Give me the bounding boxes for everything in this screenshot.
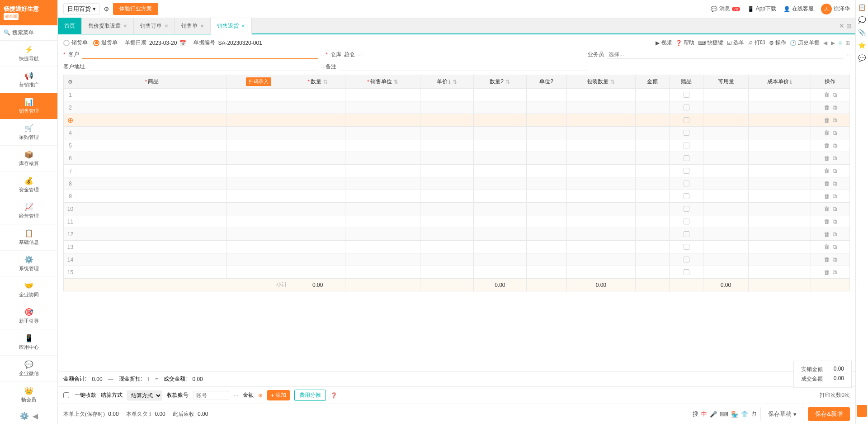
scan-btn[interactable]: 扫码录入 <box>246 77 271 86</box>
online-service-btn[interactable]: 👤 在线客服 <box>783 5 814 13</box>
row-qty-14[interactable] <box>290 253 345 266</box>
row-gift-12[interactable] <box>670 228 703 241</box>
industry-select[interactable]: 日用百货 ▾ <box>63 3 100 15</box>
gift-checkbox-3[interactable] <box>684 117 689 123</box>
add-payment-btn[interactable]: + 添加 <box>267 390 290 400</box>
row-product-7[interactable] <box>77 165 227 177</box>
gift-checkbox-9[interactable] <box>684 193 689 199</box>
row-product-9[interactable] <box>77 190 227 203</box>
copy-row-icon-9[interactable]: ⧉ <box>833 193 837 200</box>
row-qty-5[interactable] <box>290 139 345 152</box>
row-qty-12[interactable] <box>290 228 345 241</box>
copy-row-icon-4[interactable]: ⧉ <box>833 129 837 136</box>
row-gift-7[interactable] <box>670 165 703 177</box>
unit-price-sort-icon[interactable]: ⇅ <box>453 79 457 85</box>
delete-row-icon-4[interactable]: 🗑 <box>824 129 830 136</box>
pack-qty-sort-icon[interactable]: ⇅ <box>610 79 615 85</box>
copy-row-icon-7[interactable]: ⧉ <box>833 167 837 174</box>
gift-checkbox-8[interactable] <box>684 181 689 186</box>
delete-row-icon-12[interactable]: 🗑 <box>824 231 830 238</box>
app-download-btn[interactable]: 📱 App下载 <box>747 5 776 13</box>
delete-row-icon-2[interactable]: 🗑 <box>824 104 830 111</box>
row-qty-10[interactable] <box>290 203 345 215</box>
delete-row-icon-1[interactable]: 🗑 <box>824 91 830 98</box>
sidebar-item-member[interactable]: 👑 畅会员 <box>0 382 57 408</box>
delete-row-icon-8[interactable]: 🗑 <box>824 180 830 187</box>
sidebar-item-purchase[interactable]: 🛒 采购管理 <box>0 119 57 146</box>
calendar-icon[interactable]: 📅 <box>179 40 186 46</box>
salesperson-more-icon[interactable]: ··· <box>845 52 850 58</box>
row-qty-3[interactable] <box>290 114 345 127</box>
tab-close-sale-return[interactable]: ✕ <box>241 24 245 29</box>
sidebar-item-sales[interactable]: 📊 销售管理 <box>0 93 57 119</box>
gift-checkbox-12[interactable] <box>684 231 689 237</box>
row-qty-6[interactable] <box>290 152 345 165</box>
row-qty-7[interactable] <box>290 165 345 177</box>
row-product-15[interactable] <box>77 266 227 279</box>
row-gift-10[interactable] <box>670 203 703 215</box>
select-single-btn[interactable]: ☑ 选单 <box>727 39 744 47</box>
tab-sale-return[interactable]: 销售退货 ✕ <box>211 18 252 34</box>
right-panel-icon-2[interactable]: 💭 <box>858 16 866 24</box>
address-more-icon[interactable]: ··· <box>321 64 326 70</box>
settings-bottom-icon[interactable]: ⚙️ <box>20 412 29 420</box>
tab-sale-goods[interactable]: 销售单 ✕ <box>175 18 211 34</box>
delete-row-icon-15[interactable]: 🗑 <box>824 269 830 276</box>
single-owe-info[interactable]: ℹ <box>149 411 151 417</box>
sale-unit-sort-icon[interactable]: ⇅ <box>394 79 398 85</box>
copy-row-icon-1[interactable]: ⧉ <box>833 91 837 98</box>
shortcut-btn[interactable]: ⌨ 快捷键 <box>698 39 723 47</box>
tab-close-sale-goods[interactable]: ✕ <box>200 24 204 29</box>
tab-close-all-icon[interactable]: ✕ <box>839 22 844 29</box>
sidebar-item-basic[interactable]: 📋 基础信息 <box>0 224 57 251</box>
row-qty-15[interactable] <box>290 266 345 279</box>
feedback-icon[interactable]: 意见 <box>857 405 867 417</box>
row-product-1[interactable] <box>77 89 227 101</box>
row-gift-11[interactable] <box>670 215 703 228</box>
row-qty-2[interactable] <box>290 101 345 114</box>
experience-btn[interactable]: 体验行业方案 <box>113 3 158 15</box>
save-draft-btn[interactable]: 保存草稿 ▾ <box>760 407 804 421</box>
account-more-icon[interactable]: ··· <box>234 392 238 399</box>
row-gift-8[interactable] <box>670 177 703 190</box>
copy-row-icon-6[interactable]: ⧉ <box>833 155 837 162</box>
gift-checkbox-13[interactable] <box>684 244 689 250</box>
tab-sale-order[interactable]: 销售订单 ✕ <box>134 18 175 34</box>
qty-sort-icon[interactable]: ⇅ <box>323 79 328 85</box>
gift-checkbox-5[interactable] <box>684 143 689 148</box>
table-view-icon[interactable]: ⊞ <box>845 40 850 46</box>
row-gift-9[interactable] <box>670 190 703 203</box>
help-btn[interactable]: ❓ 帮助 <box>675 39 694 47</box>
row-gift-14[interactable] <box>670 253 703 266</box>
copy-row-icon-3[interactable]: ⧉ <box>833 117 837 124</box>
gift-checkbox-2[interactable] <box>684 105 689 110</box>
collapse-icon[interactable]: ◀ <box>33 412 38 420</box>
row-qty-13[interactable] <box>290 241 345 253</box>
copy-row-icon-2[interactable]: ⧉ <box>833 104 837 111</box>
right-panel-icon-1[interactable]: 📋 <box>858 4 866 11</box>
radio-sale-goods[interactable]: 销货单 <box>63 39 88 47</box>
warehouse-more-icon[interactable]: ··· <box>358 52 362 58</box>
draft-dropdown-icon[interactable]: ▾ <box>793 411 797 418</box>
expense-btn[interactable]: 费用分摊 <box>294 390 326 401</box>
copy-row-icon-14[interactable]: ⧉ <box>833 256 837 263</box>
gift-checkbox-10[interactable] <box>684 206 689 212</box>
copy-row-icon-10[interactable]: ⧉ <box>833 205 837 212</box>
row-qty-4[interactable] <box>290 127 345 139</box>
delete-row-icon-3[interactable]: 🗑 <box>824 117 830 124</box>
customer-input[interactable] <box>82 50 318 59</box>
gift-checkbox-4[interactable] <box>684 130 689 136</box>
tab-expand-icon[interactable]: ⊞ <box>846 22 852 29</box>
user-profile[interactable]: 人 徐泽华 <box>821 4 850 14</box>
radio-return[interactable]: 退货单 <box>93 39 118 47</box>
tab-sale-price[interactable]: 售价提取设置 ✕ <box>82 18 134 34</box>
delete-row-icon-14[interactable]: 🗑 <box>824 256 830 263</box>
message-btn[interactable]: 💬 消息 70 <box>711 5 740 13</box>
print-btn[interactable]: 🖨 打印 <box>748 39 765 47</box>
row-product-2[interactable] <box>77 101 227 114</box>
row-product-3[interactable] <box>77 114 227 127</box>
account-input[interactable] <box>193 391 229 400</box>
copy-row-icon-15[interactable]: ⧉ <box>833 269 837 276</box>
row-product-10[interactable] <box>77 203 227 215</box>
right-panel-icon-3[interactable]: 📎 <box>858 29 866 36</box>
